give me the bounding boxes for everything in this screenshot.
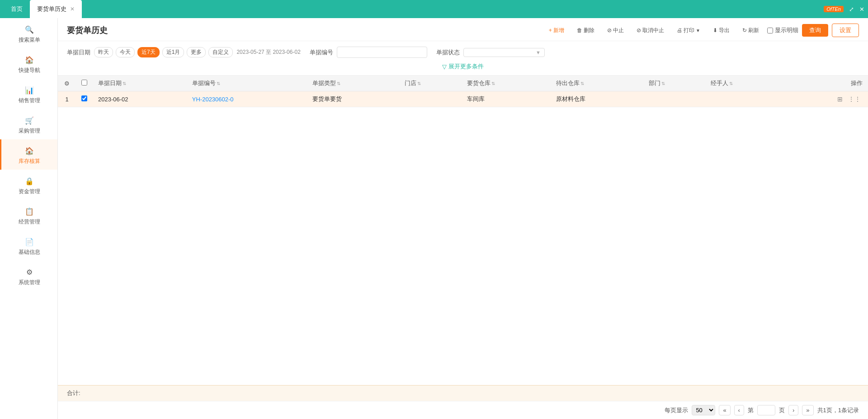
row-more-btn[interactable]: ⋮⋮ [846, 95, 863, 104]
sidebar-item-inventory[interactable]: 🏠 库存核算 [0, 139, 57, 170]
close-btn[interactable]: ✕ [859, 6, 864, 13]
expand-more-btn[interactable]: ▽ 展开更多条件 [437, 62, 489, 71]
sidebar-item-search-menu[interactable]: 🔍 搜索菜单 [0, 18, 57, 48]
pagination-bar: 每页显示 20 50 100 200 « ‹ 第 1 页 › » 共1页，1条记… [58, 401, 868, 419]
total-info: 共1页，1条记录 [817, 406, 859, 414]
sidebar-item-basic-info-label: 基础信息 [19, 248, 40, 256]
table-wrap[interactable]: ⚙ 单据日期⇅ 单据编号⇅ 单据类型⇅ 门店⇅ 要货仓库⇅ 待出仓库⇅ 部门⇅ … [58, 76, 868, 385]
row-doc-no: YH-20230602-0 [187, 91, 307, 107]
sidebar-item-purchase-mgmt-label: 采购管理 [19, 127, 40, 135]
page-size-select[interactable]: 20 50 100 200 [692, 405, 715, 415]
date-btn-7days[interactable]: 近7天 [137, 47, 160, 57]
expand-icon: ▽ [442, 63, 447, 70]
col-doc-date[interactable]: 单据日期⇅ [93, 76, 187, 91]
next-page-btn[interactable]: › [788, 405, 798, 415]
date-buttons: 昨天 今天 近7天 近1月 更多 自定义 [94, 47, 233, 57]
purchase-mgmt-icon: 🛒 [24, 115, 34, 125]
tab-purchase-history[interactable]: 要货单历史 ✕ [30, 0, 82, 18]
table-row: 1 2023-06-02 YH-20230602-0 要货单要货 车间库 原材料… [58, 91, 868, 107]
refresh-btn[interactable]: ↻ 刷新 [738, 25, 764, 36]
status-filter: 单据状态 ▼ [436, 48, 545, 57]
select-all-checkbox[interactable] [81, 80, 87, 86]
row-num: 1 [58, 91, 76, 107]
tab-home[interactable]: 首页 [4, 0, 30, 18]
cancel-stop-btn[interactable]: ⊘ 取消中止 [632, 25, 669, 36]
sidebar-item-ops-mgmt-label: 经营管理 [19, 218, 40, 226]
top-bar-right: OfTEn ⤢ ✕ [824, 6, 864, 13]
status-select[interactable]: ▼ [463, 48, 545, 57]
often-badge: OfTEn [824, 6, 844, 12]
filter-area: 单据日期 昨天 今天 近7天 近1月 更多 自定义 2023-05-27 至 2… [58, 41, 868, 76]
sales-mgmt-icon: 📊 [24, 85, 34, 95]
filter-row-1: 单据日期 昨天 今天 近7天 近1月 更多 自定义 2023-05-27 至 2… [67, 47, 859, 58]
delete-btn[interactable]: 🗑 删除 [572, 25, 599, 36]
doc-no-link[interactable]: YH-20230602-0 [192, 96, 234, 103]
col-doc-no[interactable]: 单据编号⇅ [187, 76, 307, 91]
col-pending-warehouse[interactable]: 待出仓库⇅ [551, 76, 643, 91]
page-size-label: 每页显示 [665, 406, 688, 414]
settings-btn[interactable]: 设置 [832, 24, 859, 37]
print-dropdown-icon: ▼ [696, 28, 700, 33]
docno-filter: 单据编号 [310, 47, 427, 58]
last-page-btn[interactable]: » [802, 405, 813, 415]
docno-input[interactable] [337, 47, 427, 58]
tab-close-btn[interactable]: ✕ [70, 6, 75, 12]
status-dropdown-icon: ▼ [536, 50, 541, 55]
row-req-warehouse: 车间库 [462, 91, 551, 107]
stop-btn[interactable]: ⊘ 中止 [603, 25, 628, 36]
query-btn[interactable]: 查询 [802, 24, 828, 37]
print-btn[interactable]: 🖨 打印 ▼ [672, 25, 705, 36]
col-department[interactable]: 部门⇅ [643, 76, 706, 91]
sidebar-item-sales-mgmt-label: 销售管理 [19, 97, 40, 105]
delete-icon: 🗑 [577, 27, 582, 33]
row-checkbox[interactable] [76, 91, 93, 107]
tab-purchase-history-label: 要货单历史 [37, 5, 66, 13]
sidebar-item-basic-info[interactable]: 📄 基础信息 [0, 230, 57, 261]
date-btn-today[interactable]: 今天 [116, 47, 135, 57]
finance-mgmt-icon: 🔒 [24, 176, 34, 186]
date-range-text: 2023-05-27 至 2023-06-02 [236, 48, 300, 56]
system-mgmt-icon: ⚙ [24, 267, 34, 277]
prev-page-btn[interactable]: ‹ [734, 405, 744, 415]
col-handler[interactable]: 经手人⇅ [705, 76, 781, 91]
display-detail-checkbox[interactable] [767, 28, 773, 33]
row-store [399, 91, 462, 107]
sidebar: 🔍 搜索菜单 🏠 快捷导航 📊 销售管理 🛒 采购管理 🏠 库存核算 🔒 资金管… [0, 18, 58, 419]
sidebar-item-sales-mgmt[interactable]: 📊 销售管理 [0, 79, 57, 109]
table-settings-col[interactable]: ⚙ [58, 76, 76, 91]
date-btn-1month[interactable]: 近1月 [162, 47, 184, 57]
data-table: ⚙ 单据日期⇅ 单据编号⇅ 单据类型⇅ 门店⇅ 要货仓库⇅ 待出仓库⇅ 部门⇅ … [58, 76, 868, 107]
page-title: 要货单历史 [67, 25, 544, 36]
export-btn[interactable]: ⬇ 导出 [708, 25, 734, 36]
sidebar-item-finance-mgmt-label: 资金管理 [19, 188, 40, 195]
table-header-row: ⚙ 单据日期⇅ 单据编号⇅ 单据类型⇅ 门店⇅ 要货仓库⇅ 待出仓库⇅ 部门⇅ … [58, 76, 868, 91]
date-btn-more[interactable]: 更多 [187, 47, 206, 57]
print-icon: 🖨 [677, 27, 682, 33]
sidebar-item-finance-mgmt[interactable]: 🔒 资金管理 [0, 170, 57, 200]
col-req-warehouse[interactable]: 要货仓库⇅ [462, 76, 551, 91]
expand-more-row: ▽ 展开更多条件 [67, 62, 859, 71]
row-operations: ⊞ ⋮⋮ [781, 91, 868, 107]
new-btn[interactable]: + 新增 [544, 25, 569, 36]
sidebar-item-inventory-label: 库存核算 [19, 157, 40, 165]
col-store[interactable]: 门店⇅ [399, 76, 462, 91]
export-icon: ⬇ [713, 27, 717, 33]
col-operation: 操作 [781, 76, 868, 91]
row-doc-type: 要货单要货 [307, 91, 399, 107]
first-page-btn[interactable]: « [719, 405, 730, 415]
row-edit-btn[interactable]: ⊞ [835, 95, 844, 104]
page-suffix: 页 [779, 406, 785, 414]
sidebar-item-shortcut-nav[interactable]: 🏠 快捷导航 [0, 48, 57, 79]
table-checkbox-col [76, 76, 93, 91]
date-btn-yesterday[interactable]: 昨天 [94, 47, 113, 57]
basic-info-icon: 📄 [24, 237, 34, 247]
display-detail-label[interactable]: 显示明细 [767, 26, 798, 34]
page-input[interactable]: 1 [757, 405, 775, 415]
page-header: 要货单历史 + 新增 🗑 删除 ⊘ 中止 ⊘ 取消中止 🖨 打印 [58, 18, 868, 41]
sidebar-item-system-mgmt[interactable]: ⚙ 系统管理 [0, 261, 57, 291]
date-btn-custom[interactable]: 自定义 [208, 47, 233, 57]
maximize-btn[interactable]: ⤢ [849, 6, 854, 13]
col-doc-type[interactable]: 单据类型⇅ [307, 76, 399, 91]
sidebar-item-purchase-mgmt[interactable]: 🛒 采购管理 [0, 109, 57, 139]
sidebar-item-ops-mgmt[interactable]: 📋 经营管理 [0, 200, 57, 230]
